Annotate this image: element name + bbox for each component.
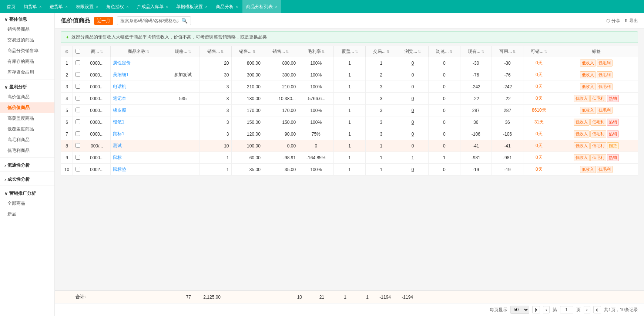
search-input[interactable]	[120, 18, 179, 23]
sidebar-item-stock-capital[interactable]: 库存资金占用	[0, 67, 54, 78]
view-count-link[interactable]: 1	[412, 155, 414, 160]
view-count-link[interactable]: 0	[412, 167, 414, 172]
close-sales-order-icon[interactable]: ×	[39, 4, 41, 9]
row-name[interactable]: 笔记本	[111, 93, 166, 105]
sort-available-icon[interactable]: ⇅	[513, 50, 516, 54]
sidebar-item-new-goods[interactable]: 新品	[0, 209, 54, 220]
close-template-icon[interactable]: ×	[205, 4, 207, 9]
view-count-link[interactable]: 0	[412, 61, 414, 66]
sort-code-icon[interactable]: ⇅	[100, 50, 103, 54]
per-page-select[interactable]: 50 20 100	[510, 306, 529, 314]
date-filter-btn[interactable]: 近一月	[94, 17, 113, 25]
nav-product-inbound[interactable]: 产成品入库单 ×	[133, 0, 172, 13]
sort-spec-icon[interactable]: ⇅	[188, 50, 191, 54]
row-checkbox[interactable]	[76, 119, 80, 124]
sidebar-item-traded-goods[interactable]: 交易过的商品	[0, 35, 54, 45]
sort-coverage-icon[interactable]: ⇅	[355, 50, 358, 54]
sidebar-item-low-coverage[interactable]: 低覆盖度商品	[0, 124, 54, 135]
view-count-link[interactable]: 0	[412, 143, 414, 149]
row-checkbox[interactable]	[76, 96, 80, 101]
row-checkbox[interactable]	[76, 84, 80, 89]
nav-product-analysis-list[interactable]: 商品分析列表 ×	[242, 0, 281, 13]
sidebar-item-sales-goods[interactable]: 销售类商品	[0, 24, 54, 35]
sort-stock-icon[interactable]: ⇅	[481, 50, 484, 54]
page-number-input[interactable]	[560, 306, 573, 313]
close-permissions-icon[interactable]: ×	[96, 4, 98, 9]
table-row: 9 0000... 鼠标 1 60.00 -98.91 -164.85% 1 1…	[61, 152, 638, 164]
col-settings-icon[interactable]: ⚙	[65, 49, 69, 54]
close-analysis-icon[interactable]: ×	[236, 4, 238, 9]
sidebar-item-stocked-goods[interactable]: 有库存的商品	[0, 56, 54, 67]
sidebar-item-category-sales[interactable]: 商品分类销售率	[0, 45, 54, 56]
sort-view1-icon[interactable]: ⇅	[418, 50, 421, 54]
row-name[interactable]: 属性定价	[111, 57, 166, 69]
nav-purchase-order[interactable]: 进货单 ×	[46, 0, 71, 13]
row-view1[interactable]: 0	[397, 164, 429, 176]
sort-name-icon[interactable]: ⇅	[146, 50, 149, 54]
close-purchase-order-icon[interactable]: ×	[65, 4, 67, 9]
sort-salescost-icon[interactable]: ⇅	[286, 50, 289, 54]
view-count-link[interactable]: 0	[412, 120, 414, 125]
view-count-link[interactable]: 0	[412, 132, 414, 137]
row-name[interactable]: 鼠标	[111, 152, 166, 164]
share-btn[interactable]: ⬡ 分享	[606, 18, 620, 24]
row-name[interactable]: 铅笔1	[111, 116, 166, 128]
row-checkbox[interactable]	[76, 60, 80, 65]
view-count-link[interactable]: 0	[412, 84, 414, 89]
close-product-inbound-icon[interactable]: ×	[166, 4, 168, 9]
row-checkbox[interactable]	[76, 143, 80, 148]
nav-sales-order[interactable]: 销货单 ×	[20, 0, 45, 13]
row-name[interactable]: 测试	[111, 140, 166, 152]
sidebar-item-low-value[interactable]: 低价值商品	[0, 102, 54, 113]
sidebar-group-flow[interactable]: › 流通性分析	[0, 159, 54, 170]
sort-grossrate-icon[interactable]: ⇅	[322, 50, 325, 54]
row-checkbox[interactable]	[76, 72, 80, 77]
view-count-link[interactable]: 0	[412, 96, 414, 101]
sidebar-item-low-margin[interactable]: 低毛利商品	[0, 145, 54, 156]
select-all-checkbox[interactable]	[76, 49, 80, 54]
row-view1[interactable]: 0	[397, 116, 429, 128]
row-name[interactable]: 电话机	[111, 81, 166, 93]
export-btn[interactable]: ⬆ 导出	[624, 18, 638, 24]
sidebar-group-growth[interactable]: › 成长性分析	[0, 173, 54, 184]
nav-product-analysis[interactable]: 商品分析 ×	[212, 0, 242, 13]
search-icon[interactable]: 🔍	[181, 18, 188, 24]
next-page-btn[interactable]: ›	[584, 306, 590, 313]
sort-salesamt-icon[interactable]: ⇅	[252, 50, 255, 54]
nav-permissions[interactable]: 权限设置 ×	[72, 0, 102, 13]
sort-view2-icon[interactable]: ⇅	[449, 50, 452, 54]
row-view1[interactable]: 0	[397, 69, 429, 81]
sort-saleable-icon[interactable]: ⇅	[544, 50, 547, 54]
row-name[interactable]: 鼠标1	[111, 128, 166, 140]
row-view1[interactable]: 0	[397, 93, 429, 105]
close-role-auth-icon[interactable]: ×	[126, 4, 128, 9]
view-count-link[interactable]: 0	[412, 108, 414, 113]
last-page-btn[interactable]: ›|	[593, 306, 601, 313]
view-count-link[interactable]: 0	[412, 72, 414, 78]
sort-trade-icon[interactable]: ⇅	[386, 50, 389, 54]
sidebar-item-high-coverage[interactable]: 高覆盖度商品	[0, 113, 54, 124]
nav-home[interactable]: 首页	[3, 0, 19, 13]
sidebar-item-all-goods[interactable]: 全部商品	[0, 198, 54, 209]
sidebar-item-high-value[interactable]: 高价值商品	[0, 92, 54, 102]
row-name[interactable]: 橡皮擦	[111, 105, 166, 116]
row-name[interactable]: 鼠标垫	[111, 164, 166, 176]
first-page-btn[interactable]: |‹	[532, 306, 540, 313]
row-checkbox[interactable]	[76, 108, 80, 112]
close-analysis-list-icon[interactable]: ×	[275, 4, 277, 9]
row-name[interactable]: 吴细细1	[111, 69, 166, 81]
row-view1[interactable]: 0	[397, 140, 429, 152]
row-checkbox[interactable]	[76, 167, 80, 171]
row-view1[interactable]: 0	[397, 57, 429, 69]
row-view1[interactable]: 0	[397, 128, 429, 140]
nav-template-settings[interactable]: 单据模板设置 ×	[172, 0, 211, 13]
row-view1[interactable]: 0	[397, 81, 429, 93]
row-view1[interactable]: 1	[397, 152, 429, 164]
sort-salesqty-icon[interactable]: ⇅	[221, 50, 224, 54]
row-checkbox[interactable]	[76, 131, 80, 136]
row-checkbox[interactable]	[76, 155, 80, 160]
nav-role-auth[interactable]: 角色授权 ×	[103, 0, 132, 13]
sidebar-item-high-margin[interactable]: 高毛利商品	[0, 135, 54, 145]
row-view1[interactable]: 0	[397, 105, 429, 116]
prev-page-btn[interactable]: ‹	[543, 306, 550, 313]
